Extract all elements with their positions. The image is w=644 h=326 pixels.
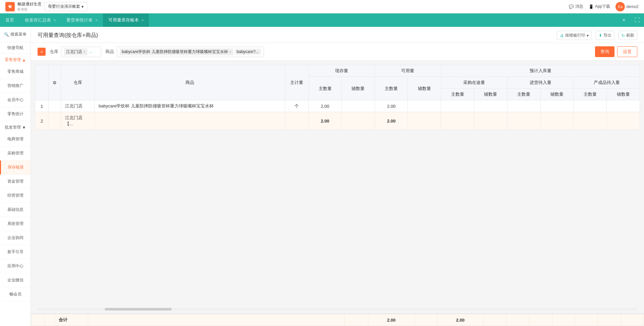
maximize-btn[interactable]: ⛶ [631,13,644,27]
message-btn[interactable]: 💬 消息 [569,4,583,9]
download-icon: 📱 [589,4,594,9]
remove-warehouse-tag[interactable]: × [84,50,86,54]
print-icon: 🖨 [560,33,564,38]
sidebar-item-system[interactable]: 系统管理 [0,217,31,231]
horizontal-scrollbar[interactable] [38,308,637,311]
cell-incoming-aux [540,100,574,112]
chevron-down-icon: ▾ [82,4,84,9]
th-unit: 主计量 [285,65,309,100]
refresh-btn[interactable]: ↻ 刷新 [619,31,637,40]
remove-product-tag-1[interactable]: × [229,50,231,54]
table-row: 1 江北门店 babycare学饮杯 儿童防摔防撞吸管杯重力球吸嘴杯宝宝水杯 个 [35,100,640,112]
th-index [35,65,49,100]
cell-purchase-aux [474,100,507,112]
top-bar: 畅 畅捷通好生意 标准版 母婴行业演示账套 ▾ 💬 消息 📱 App下载 Ea … [0,0,644,13]
sidebar-item-basic-info[interactable]: 基础信息 [0,203,31,217]
print-btn[interactable]: 🖨 按模板打印 ▾ [557,31,592,40]
product-input[interactable]: babycare学饮杯 儿童防摔防撞吸管杯重力球吸嘴杯宝宝水杯 × babyca… [117,47,264,57]
page-title: 可用量查询(按仓库+商品) [38,32,98,39]
nav-right-actions: × ⛶ [617,13,644,27]
user-avatar-btn[interactable]: Ea demo2 [615,2,639,11]
sidebar-item-operations[interactable]: 经营管理 [0,189,31,203]
sidebar-item-enterprise-wx[interactable]: 企业微信 [0,273,31,287]
th-product-aux: 辅数量 [607,89,640,100]
total-purchase-main [506,314,529,326]
sidebar-item-purchase[interactable]: 采购管理 [0,146,31,160]
filter-bar: » 仓库 江北门店 × ... 商品 babycare学饮杯 儿童防摔防撞吸管杯… [31,43,644,61]
th-settings[interactable]: ⚙ [49,65,61,100]
total-empty-3 [88,314,345,326]
th-purchase-transit: 采购在途量 [441,77,507,89]
th-current-stock: 现存量 [309,65,375,77]
industry-selector[interactable]: 母婴行业演示账套 ▾ [44,2,87,11]
total-available-aux [483,314,506,326]
warehouse-input[interactable]: 江北门店 × ... [61,47,101,57]
sidebar-item-marketing[interactable]: 营销推广 [0,79,31,93]
sidebar-item-wholesale-mgmt[interactable]: 批发管理 ▼ [0,121,31,132]
warehouse-more[interactable]: ... [89,49,92,54]
th-expected-in: 预计入库量 [441,65,640,77]
sidebar-item-retail-mall[interactable]: 零售商城 [0,65,31,79]
sidebar-item-finance[interactable]: 资金管理 [0,175,31,189]
sidebar-item-member-vip[interactable]: 畅会员 [0,287,31,301]
cell-subtotal-current-main: 2.00 [309,112,342,130]
tab-receipts[interactable]: 收发存汇总表 × [19,13,61,27]
sidebar-item-new-guide[interactable]: 新手引导 [0,245,31,259]
sidebar-quick-nav[interactable]: 快捷导航 [0,42,31,54]
cell-index: 1 [35,100,49,112]
app-info: 畅捷通好生意 标准版 [17,1,42,12]
th-incoming-aux: 辅数量 [540,89,574,100]
sidebar-item-ecommerce[interactable]: 电商管理 [0,132,31,146]
total-incoming-main [552,314,575,326]
sidebar-item-inventory-check[interactable]: 库存核算 [0,160,31,175]
sidebar-item-app-center[interactable]: 应用中心 [0,259,31,273]
th-incoming: 进货待入量 [507,77,574,89]
app-download-btn[interactable]: 📱 App下载 [589,4,610,9]
close-tab-inventory[interactable]: × [142,18,144,22]
search-icon: 🔍 [4,32,9,37]
close-tab-receipts[interactable]: × [54,18,56,22]
export-btn[interactable]: ⬆ 导出 [596,31,614,40]
sidebar: 🔍 搜索菜单 快捷导航 零售管理 ▲ 零售商城 营销推广 会员中心 零售统计 批… [0,27,31,326]
page-header: 可用量查询(按仓库+商品) 🖨 按模板打印 ▾ ⬆ 导出 ↻ 刷新 [31,27,644,43]
avatar: Ea [615,2,625,11]
sidebar-item-retail-stats[interactable]: 零售统计 [0,107,31,121]
refresh-icon: ↻ [622,33,625,38]
total-empty-1 [31,314,45,326]
cell-subtotal-warehouse: 江北门店【... [61,112,95,130]
product-tag-1: babycare学饮杯 儿童防摔防撞吸管杯重力球吸嘴杯宝宝水杯 × [120,48,233,55]
tab-order-stats[interactable]: 要货单统计表 × [61,13,103,27]
close-window-btn[interactable]: × [617,13,631,27]
th-current-aux: 辅数量 [341,77,375,100]
th-purchase-aux: 辅数量 [474,89,507,100]
total-incoming-aux [575,314,598,326]
bottom-bar: 合计 2.00 2.00 [31,313,644,326]
sidebar-item-cooperation[interactable]: 企业协同 [0,231,31,245]
total-product-aux [621,314,644,326]
warehouse-tag: 江北门店 × [64,48,88,55]
total-current-aux [414,314,437,326]
cell-subtotal-purchase-main [441,112,474,130]
top-bar-right: 💬 消息 📱 App下载 Ea demo2 [569,2,639,11]
th-available-aux: 辅数量 [408,77,441,100]
cell-subtotal-product [95,112,285,130]
cell-subtotal-incoming-main [507,112,540,130]
product-tag-2: babycare?... [235,49,261,55]
page-actions: 🖨 按模板打印 ▾ ⬆ 导出 ↻ 刷新 [557,31,637,40]
search-menu-btn[interactable]: 🔍 搜索菜单 [3,30,28,39]
total-row: 合计 2.00 2.00 [31,314,644,326]
query-btn[interactable]: 查询 [595,46,614,57]
sidebar-item-retail-mgmt[interactable]: 零售管理 ▲ [0,54,31,65]
setting-btn[interactable]: 设置 [617,46,637,57]
settings-icon: ⚙ [53,80,57,85]
close-tab-order-stats[interactable]: × [95,18,97,22]
sidebar-item-member[interactable]: 会员中心 [0,93,31,107]
tab-home[interactable]: 首页 [0,13,19,27]
tab-inventory[interactable]: 可用量库存账本 × [103,13,149,27]
expand-filter-btn[interactable]: » [38,48,46,56]
cell-available-main: 2.00 [375,100,408,112]
scrollbar-thumb[interactable] [105,308,172,311]
cell-current-main: 2.00 [309,100,342,112]
filter-actions: 查询 设置 [595,46,637,57]
cell-subtotal-unit [285,112,309,130]
